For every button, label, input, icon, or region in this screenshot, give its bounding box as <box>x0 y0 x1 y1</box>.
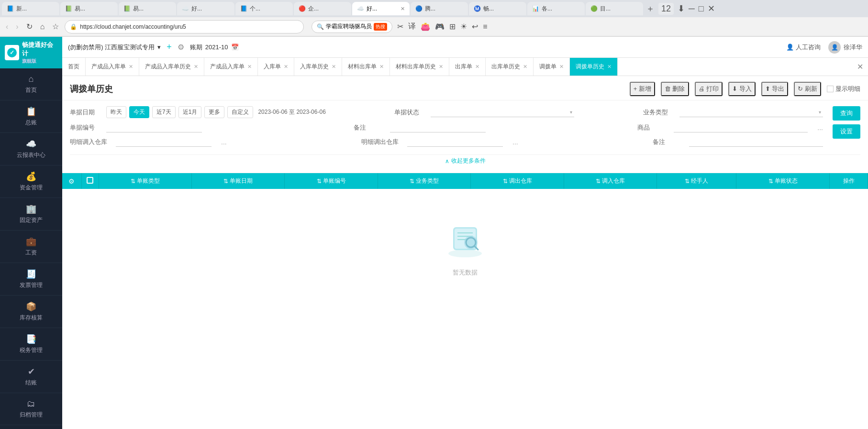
game-icon[interactable]: 🎮 <box>435 22 445 31</box>
browser-search-box[interactable]: 🔍 学霸应聘场驱鸟员 热搜 <box>312 21 392 33</box>
undo-icon[interactable]: ↩ <box>472 22 478 31</box>
tab-count[interactable]: 12 <box>658 3 674 15</box>
yesterday-btn[interactable]: 昨天 <box>106 106 126 118</box>
remark-input[interactable] <box>390 123 486 132</box>
table-gear-icon[interactable]: ⚙ <box>68 177 75 185</box>
biz-type-select[interactable] <box>679 108 823 117</box>
scissors-icon[interactable]: ✂ <box>397 22 403 31</box>
tab-in-order[interactable]: 入库单 ✕ <box>258 58 294 76</box>
tab-transfer-close[interactable]: ✕ <box>559 64 564 70</box>
close-window-button[interactable]: ✕ <box>708 3 715 14</box>
browser-tab-11[interactable]: 🟢 目... <box>586 2 643 15</box>
browser-tab-2[interactable]: 📗 易... <box>60 2 118 15</box>
company-settings-icon[interactable]: ⚙ <box>178 43 184 52</box>
browser-tab-10[interactable]: 📊 各... <box>527 2 585 15</box>
tab-finished-goods-in-history[interactable]: 产成品入库单历史 ✕ <box>139 58 204 76</box>
bookmark-button[interactable]: ☆ <box>50 21 61 32</box>
tab-in-order-close[interactable]: ✕ <box>284 64 288 70</box>
brightness-icon[interactable]: ☀ <box>460 22 467 31</box>
delete-button[interactable]: 🗑 删除 <box>661 82 689 96</box>
browser-tab-9[interactable]: Ⓜ️ 畅... <box>469 2 526 15</box>
tab-transfer-history-close[interactable]: ✕ <box>607 64 612 70</box>
export-button[interactable]: ⬆ 导出 <box>761 82 789 96</box>
sidebar-item-tax[interactable]: 📑 税务管理 <box>0 328 62 361</box>
col-handler-sort-icon[interactable]: ⇅ <box>685 178 690 185</box>
backup-input[interactable] <box>689 137 823 147</box>
tab-nav-close-all[interactable]: ✕ <box>852 62 868 71</box>
col-doc-no-sort-icon[interactable]: ⇅ <box>317 178 322 185</box>
more-btn[interactable]: 更多 <box>204 106 224 118</box>
detail-out-ellipsis[interactable]: ... <box>512 138 518 146</box>
col-biz-type-sort-icon[interactable]: ⇅ <box>410 178 414 185</box>
tab-transfer-history[interactable]: 调拨单历史 ✕ <box>570 58 618 76</box>
sidebar-item-closing[interactable]: ✔ 结账 <box>0 361 62 393</box>
detail-in-warehouse-input[interactable] <box>116 137 211 147</box>
tab-home[interactable]: 首页 <box>62 58 86 76</box>
add-company-button[interactable]: + <box>167 42 172 52</box>
browser-tab-5[interactable]: 📘 个... <box>235 2 293 15</box>
tab-finished-goods-in2[interactable]: 产成品入库单 ✕ <box>204 58 258 76</box>
table-header-checkbox[interactable] <box>81 173 99 189</box>
sidebar-item-ledger[interactable]: 📋 总账 <box>0 100 62 133</box>
tab-in-order-history-close[interactable]: ✕ <box>332 64 336 70</box>
tab-close-7[interactable]: ✕ <box>401 6 405 12</box>
sidebar-item-payroll[interactable]: 💼 工资 <box>0 231 62 263</box>
col-doc-status-sort-icon[interactable]: ⇅ <box>768 178 773 185</box>
url-input[interactable]: 🔒 https://cloud.chanjet.com/accounting/u… <box>65 20 304 33</box>
display-toggle[interactable]: 显示明细 <box>827 85 860 93</box>
browser-tab-8[interactable]: 🔵 腾... <box>411 2 468 15</box>
table-checkbox-all[interactable] <box>87 177 93 184</box>
week-btn[interactable]: 近7天 <box>152 106 176 118</box>
browser-tab-7[interactable]: ☁️ 好... ✕ <box>352 2 410 15</box>
browser-tab-3[interactable]: 📗 易... <box>119 2 176 15</box>
new-button[interactable]: + 新增 <box>630 82 655 96</box>
import-button[interactable]: ⬇ 导入 <box>728 82 756 96</box>
home-button[interactable]: ⌂ <box>38 22 47 32</box>
sidebar-item-assets[interactable]: 🏢 固定资产 <box>0 198 62 231</box>
tab-material-out-history[interactable]: 材料出库单历史 ✕ <box>390 58 449 76</box>
display-checkbox[interactable] <box>827 86 834 92</box>
sidebar-item-settings[interactable]: ⚙ 基础设置 <box>0 425 62 429</box>
browser-tab-6[interactable]: 🔴 企... <box>294 2 351 15</box>
tab-finished-goods-in[interactable]: 产成品入库单 ✕ <box>86 58 139 76</box>
collapse-filter-button[interactable]: ∧ 收起更多条件 <box>70 154 860 167</box>
col-doc-type-sort-icon[interactable]: ⇅ <box>131 178 135 185</box>
back-button[interactable]: ‹ <box>4 22 10 32</box>
col-in-warehouse-sort-icon[interactable]: ⇅ <box>596 178 601 185</box>
browser-tab-1[interactable]: 📘 新... <box>2 2 59 15</box>
tab-out-order-history[interactable]: 出库单历史 ✕ <box>486 58 534 76</box>
translate-icon[interactable]: 译 <box>408 22 416 32</box>
browser-tab-4[interactable]: ☁️ 好... <box>177 2 234 15</box>
menu-icon[interactable]: ≡ <box>483 22 487 31</box>
tab-material-out-close[interactable]: ✕ <box>379 64 384 70</box>
maximize-button[interactable]: □ <box>699 4 704 14</box>
sidebar-item-home[interactable]: ⌂ 首页 <box>0 68 62 100</box>
doc-no-input[interactable] <box>106 123 202 132</box>
tab-out-order-close[interactable]: ✕ <box>475 64 479 70</box>
custom-btn[interactable]: 自定义 <box>227 106 253 118</box>
downloads-icon[interactable]: ⬇ <box>678 3 685 14</box>
grid-icon[interactable]: ⊞ <box>449 22 456 31</box>
minimize-button[interactable]: ─ <box>689 4 695 14</box>
sidebar-item-funds[interactable]: 💰 资金管理 <box>0 165 62 198</box>
tab-finished-goods-in-history-close[interactable]: ✕ <box>194 64 198 70</box>
support-button[interactable]: 👤 人工咨询 <box>786 43 821 52</box>
forward-button[interactable]: › <box>14 22 20 32</box>
query-button[interactable]: 查询 <box>833 106 860 121</box>
today-btn[interactable]: 今天 <box>129 106 149 118</box>
table-header-gear[interactable]: ⚙ <box>62 173 81 189</box>
product-ellipsis[interactable]: ... <box>817 124 823 132</box>
refresh-button[interactable]: ↻ 刷新 <box>794 82 821 96</box>
col-out-warehouse-sort-icon[interactable]: ⇅ <box>503 178 508 185</box>
tab-out-order[interactable]: 出库单 ✕ <box>449 58 486 76</box>
tab-material-out[interactable]: 材料出库单 ✕ <box>342 58 390 76</box>
print-button[interactable]: 🖨 打印 <box>695 82 723 96</box>
refresh-button[interactable]: ↻ <box>24 21 34 32</box>
sidebar-item-archive[interactable]: 🗂 归档管理 <box>0 393 62 425</box>
sidebar-item-reports[interactable]: ☁️ 云报表中心 <box>0 133 62 165</box>
tab-in-order-history[interactable]: 入库单历史 ✕ <box>294 58 342 76</box>
tab-finished-goods-in-close[interactable]: ✕ <box>129 64 133 70</box>
tab-out-order-history-close[interactable]: ✕ <box>523 64 527 70</box>
sidebar-item-inventory[interactable]: 📦 库存核算 <box>0 296 62 328</box>
col-doc-date-sort-icon[interactable]: ⇅ <box>223 178 228 185</box>
